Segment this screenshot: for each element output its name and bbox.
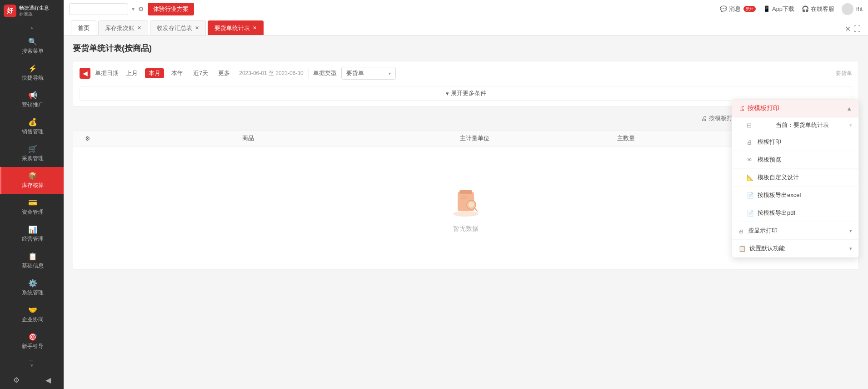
dropdown-template-excel-item[interactable]: 📄 按模板导出excel (732, 187, 858, 204)
app-download-icon: 📱 (763, 5, 770, 12)
tab-inventory-batch[interactable]: 库存批次账 ✕ (98, 20, 148, 35)
empty-text: 暂无数据 (453, 225, 479, 233)
sidebar-item-finance[interactable]: 💳 资金管理 (0, 194, 64, 221)
expand-arrow-icon: ▾ (446, 90, 449, 97)
filter-current-month-btn[interactable]: 本月 (145, 68, 164, 78)
system-icon: ⚙️ (28, 279, 37, 288)
tab-home[interactable]: 首页 (71, 20, 96, 35)
type-select-placeholder: 要货单 (346, 69, 364, 77)
sidebar-item-newbie[interactable]: 🎯 新手引导 (0, 328, 64, 355)
sidebar-item-label: 营销推广 (22, 101, 44, 109)
display-print-left: 🖨 按显示打印 (738, 227, 778, 235)
settings-footer-icon[interactable]: ⚙ (13, 376, 20, 384)
tab-order-summary[interactable]: 要货单统计表 ✕ (208, 20, 264, 35)
messages-item[interactable]: 💬 消息 99+ (720, 5, 756, 13)
default-func-left: 📋 设置默认功能 (738, 244, 785, 253)
sidebar-item-operation[interactable]: 📊 经营管理 (0, 221, 64, 248)
type-filter-select[interactable]: 要货单 ▾ (341, 67, 396, 80)
app-logo: 好 畅捷通好生意 标准版 (0, 0, 64, 22)
filter-current-year-btn[interactable]: 本年 (169, 68, 186, 78)
dropdown-template-pdf-item[interactable]: 📄 按模板导出pdf (732, 204, 858, 222)
online-service-item[interactable]: 🎧 在线客服 (802, 5, 834, 13)
dropdown-template-preview-item[interactable]: 👁 模板预览 (732, 151, 858, 169)
purchase-icon: 🛒 (28, 145, 37, 153)
tab-close-all-btn[interactable]: ✕ (845, 25, 851, 33)
tab-order-summary-close[interactable]: ✕ (253, 25, 257, 31)
online-service-label: 在线客服 (811, 5, 834, 13)
tab-receivable-summary-label: 收发存汇总表 (157, 24, 192, 32)
sidebar-item-search[interactable]: 🔍 搜索菜单 (0, 33, 64, 60)
experience-btn[interactable]: 体验行业方案 (148, 3, 194, 15)
app-download-label: App下载 (772, 5, 794, 13)
app-download-item[interactable]: 📱 App下载 (763, 5, 794, 13)
inventory-icon: 📦 (28, 172, 37, 180)
sidebar-item-system[interactable]: ⚙️ 系统管理 (0, 274, 64, 301)
dropdown-print-icon: 🖨 (738, 105, 745, 112)
newbie-icon: 🎯 (28, 333, 37, 341)
user-avatar (842, 3, 853, 15)
svg-rect-7 (460, 198, 467, 199)
topbar-gear-icon[interactable]: ⚙ (138, 5, 144, 13)
sidebar-item-appstore[interactable]: 🏪 应用中心 (0, 355, 64, 360)
dropdown-current-label: 当前：要货单统计表 (776, 121, 829, 129)
col-settings[interactable]: ⚙ (79, 135, 97, 142)
order-type-label: 要货单 (836, 70, 852, 77)
empty-illustration (448, 183, 484, 219)
sidebar-item-purchase[interactable]: 🛒 采购管理 (0, 140, 64, 167)
sidebar-item-quick-nav[interactable]: ⚡ 快捷导航 (0, 60, 64, 86)
col-unit: 主计量单位 (399, 134, 551, 142)
default-func-label: 设置默认功能 (749, 244, 785, 253)
messages-badge: 99+ (743, 6, 756, 12)
col-qty: 主数量 (550, 134, 702, 142)
tab-inventory-batch-label: 库存批次账 (105, 24, 135, 32)
sidebar-item-marketing[interactable]: 📢 营销推广 (0, 86, 64, 113)
sidebar-item-inventory[interactable]: 📦 库存核算 (0, 167, 64, 194)
dropdown-current-item[interactable]: ⊟ 当前：要货单统计表 ▾ (732, 117, 858, 133)
tabbar: 首页 库存批次账 ✕ 收发存汇总表 ✕ 要货单统计表 ✕ ✕ ⛶ (64, 18, 868, 35)
display-print-icon: 🖨 (738, 227, 744, 234)
svg-rect-2 (459, 190, 472, 194)
filter-7days-btn[interactable]: 近7天 (190, 68, 211, 78)
sidebar-item-label: 销售管理 (22, 128, 44, 136)
tab-receivable-summary[interactable]: 收发存汇总表 ✕ (150, 20, 206, 35)
template-preview-label: 模板预览 (758, 156, 781, 164)
sidebar-scroll-down[interactable]: ▼ (0, 362, 64, 369)
tab-expand-btn[interactable]: ⛶ (853, 25, 861, 33)
filter-expand-btn[interactable]: ▾ 展开更多条件 (80, 86, 852, 101)
messages-label: 消息 (729, 5, 741, 13)
template-excel-icon: 📄 (747, 192, 754, 199)
sidebar-item-collab[interactable]: 🤝 企业协同 (0, 301, 64, 328)
sidebar-item-base[interactable]: 📋 基础信息 (0, 248, 64, 274)
sidebar-nav: 🔍 搜索菜单 ⚡ 快捷导航 📢 营销推广 💰 销售管理 🛒 采购管理 📦 库存核… (0, 33, 64, 360)
sidebar-scroll-up[interactable]: ▲ (0, 24, 64, 31)
sidebar-item-label: 库存核算 (22, 182, 44, 189)
filter-more-date-btn[interactable]: 更多 (215, 68, 233, 78)
dropdown-display-print-section[interactable]: 🖨 按显示打印 ▾ (732, 222, 858, 240)
filter-prev-month-btn[interactable]: 上月 (123, 68, 140, 78)
marketing-icon: 📢 (28, 91, 37, 100)
finance-icon: 💳 (28, 198, 37, 207)
tab-receivable-summary-close[interactable]: ✕ (195, 25, 199, 31)
user-name: Rit (855, 5, 863, 12)
tab-order-summary-label: 要货单统计表 (215, 24, 250, 32)
collapse-footer-icon[interactable]: ◀ (45, 376, 51, 384)
expand-label: 展开更多条件 (451, 89, 486, 97)
dropdown-template-print-item[interactable]: 🖨 模板打印 (732, 133, 858, 151)
sidebar-item-label: 快捷导航 (22, 74, 44, 82)
dropdown-template-custom-item[interactable]: 📐 模板自定义设计 (732, 169, 858, 187)
page-content: 要货单统计表(按商品) ◀ 单据日期 上月 本月 本年 近7天 更多 2023-… (64, 35, 868, 389)
operation-icon: 📊 (28, 225, 37, 234)
user-avatar-item[interactable]: Rit (842, 3, 863, 15)
filter-collapse-btn[interactable]: ◀ (80, 68, 90, 79)
tab-inventory-batch-close[interactable]: ✕ (137, 25, 141, 31)
dropdown-default-func-section[interactable]: 📋 设置默认功能 ▾ (732, 240, 858, 258)
topbar-search-input[interactable] (69, 3, 128, 15)
sidebar-item-label: 搜索菜单 (22, 47, 44, 55)
app-name: 畅捷通好生意 (19, 5, 49, 11)
topbar-chevron-icon[interactable]: ▾ (132, 6, 135, 12)
dropdown-collapse-icon[interactable]: ▲ (846, 105, 852, 112)
tab-home-label: 首页 (78, 24, 90, 32)
svg-line-5 (474, 208, 477, 211)
topbar-right: 💬 消息 99+ 📱 App下载 🎧 在线客服 Rit (720, 3, 863, 15)
sidebar-item-sales[interactable]: 💰 销售管理 (0, 113, 64, 140)
